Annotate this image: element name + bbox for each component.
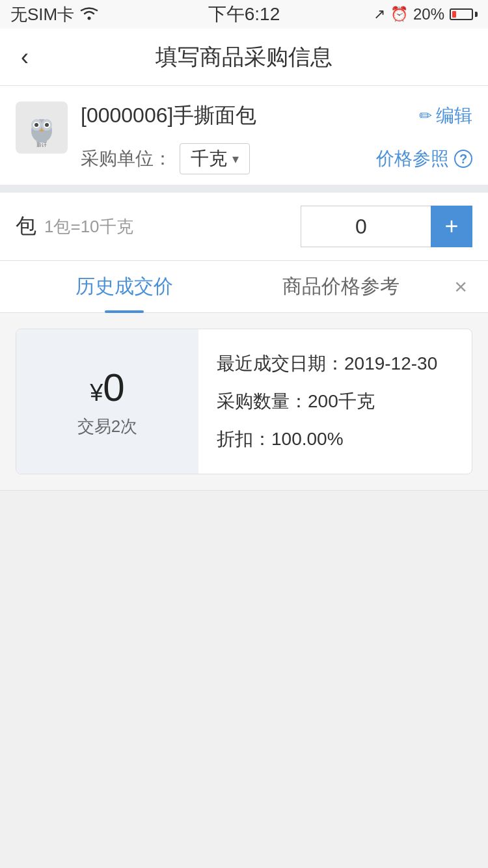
quantity-input[interactable] [301, 206, 431, 247]
svg-text:新计: 新计 [36, 142, 47, 147]
product-logo: 新计 [16, 102, 68, 154]
svg-point-7 [45, 123, 49, 127]
product-name: [0000006]手撕面包 [81, 102, 256, 130]
nav-bar: ‹ 填写商品采购信息 [0, 29, 488, 86]
tabs-section: 历史成交价 商品价格参考 × ¥0 交易2次 最近成交日期：2019-12-30… [0, 261, 488, 491]
section-divider [0, 185, 488, 193]
unit-value: 千克 [191, 146, 227, 171]
tab-price-reference[interactable]: 商品价格参考 [232, 261, 449, 313]
unit-select[interactable]: 千克 ▾ [180, 143, 250, 174]
price-number: 0 [103, 366, 124, 409]
recent-date-label: 最近成交日期： [217, 353, 344, 373]
tab-history-price[interactable]: 历史成交价 [16, 261, 232, 313]
quantity-input-area: + [301, 206, 472, 247]
tabs-header: 历史成交价 商品价格参考 × [0, 261, 488, 313]
edit-button[interactable]: ✏ 编辑 [419, 103, 472, 128]
price-ref-label: 价格参照 [376, 146, 449, 171]
status-bar: 无SIM卡 下午6:12 ↗ ⏰ 20% [0, 0, 488, 29]
quantity-value: 200千克 [308, 391, 375, 411]
svg-point-6 [34, 123, 38, 127]
discount-value: 100.00% [271, 429, 344, 449]
product-info: [0000006]手撕面包 ✏ 编辑 采购单位： 千克 ▾ 价格参照 ? [81, 102, 472, 174]
dropdown-arrow-icon: ▾ [232, 151, 239, 167]
status-left: 无SIM卡 [10, 3, 99, 26]
quantity-label-area: 包 1包=10千克 [16, 212, 133, 241]
edit-icon: ✏ [419, 107, 432, 125]
location-icon: ↗ [373, 6, 385, 23]
history-content: ¥0 交易2次 最近成交日期：2019-12-30 采购数量：200千克 折扣：… [0, 313, 488, 490]
quantity-section: 包 1包=10千克 + [0, 193, 488, 261]
battery-icon [450, 8, 478, 20]
help-icon: ? [454, 150, 472, 168]
quantity-row: 采购数量：200千克 [217, 388, 454, 415]
svg-point-0 [88, 16, 91, 20]
main-content [0, 491, 488, 868]
price-yen-symbol: ¥ [90, 379, 103, 406]
status-time: 下午6:12 [208, 2, 280, 27]
price-card-right: 最近成交日期：2019-12-30 采购数量：200千克 折扣：100.00% [198, 329, 472, 474]
discount-label: 折扣： [217, 429, 271, 449]
product-section: 新计 [0000006]手撕面包 ✏ 编辑 采购单位： 千克 ▾ [0, 86, 488, 185]
price-reference-button[interactable]: 价格参照 ? [376, 146, 472, 171]
recent-date-row: 最近成交日期：2019-12-30 [217, 350, 454, 377]
quantity-unit: 包 [16, 212, 36, 241]
carrier-text: 无SIM卡 [10, 3, 74, 26]
status-right: ↗ ⏰ 20% [373, 5, 478, 23]
quantity-label: 采购数量： [217, 391, 308, 411]
quantity-conversion: 1包=10千克 [44, 215, 133, 238]
product-logo-image: 新计 [22, 108, 61, 147]
unit-label: 采购单位： [81, 146, 172, 171]
discount-row: 折扣：100.00% [217, 426, 454, 453]
page-title: 填写商品采购信息 [156, 42, 332, 72]
alarm-icon: ⏰ [390, 6, 408, 23]
tab-price-ref-label: 商品价格参考 [282, 273, 400, 300]
tabs-close-button[interactable]: × [449, 269, 472, 305]
recent-date-value: 2019-12-30 [344, 353, 437, 373]
back-button[interactable]: ‹ [16, 38, 34, 76]
price-card: ¥0 交易2次 最近成交日期：2019-12-30 采购数量：200千克 折扣：… [16, 329, 472, 474]
price-trades-count: 交易2次 [77, 415, 137, 438]
quantity-plus-button[interactable]: + [431, 206, 472, 247]
tab-history-label: 历史成交价 [75, 273, 173, 300]
edit-label: 编辑 [436, 103, 472, 128]
wifi-icon [79, 5, 99, 25]
battery-percent: 20% [413, 5, 444, 23]
price-display: ¥0 [90, 365, 124, 410]
price-card-left: ¥0 交易2次 [16, 329, 198, 474]
